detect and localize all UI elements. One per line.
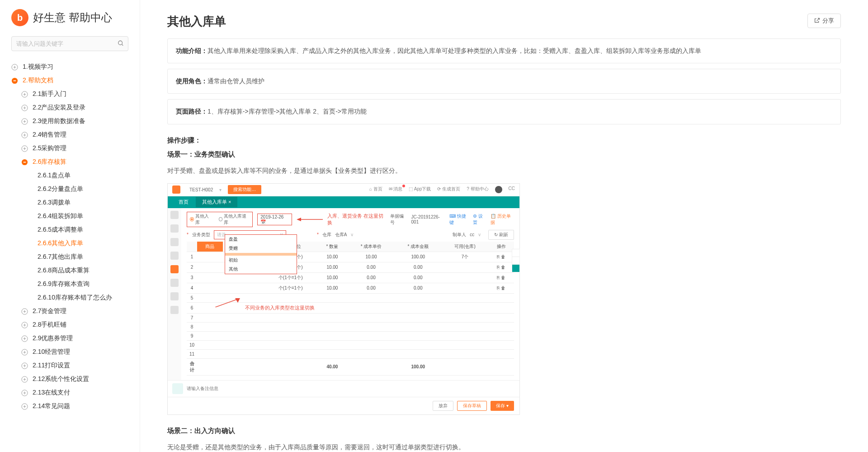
ss-cancel-btn: 放弃 [433, 401, 453, 411]
share-icon [814, 17, 820, 24]
nav-2-6-3[interactable]: 2.6.3调拨单 [11, 196, 128, 209]
expand-icon [21, 403, 28, 410]
svg-marker-51 [235, 298, 240, 303]
ss-maker-val: cc [470, 232, 474, 237]
search-icon[interactable] [118, 40, 124, 48]
nav-2-6[interactable]: 2.6库存核算 [11, 155, 128, 169]
ss-dd-item: 受赠 [225, 244, 297, 253]
ss-nav-icon [170, 292, 179, 300]
ss-footer: 放弃 保存草稿 保存 ▾ [168, 397, 519, 414]
nav-2-1[interactable]: 2.1新手入门 [11, 87, 128, 101]
expand-icon [21, 105, 28, 111]
ss-dd-item: 盘盈 [225, 235, 297, 244]
nav-docs[interactable]: 2.帮助文档 [11, 74, 128, 87]
search-box [11, 36, 128, 51]
nav-2-8[interactable]: 2.8手机旺铺 [11, 318, 128, 332]
scene1-desc: 对于受赠、盘盈或是拆装入库等不同的业务，是通过单据头【业务类型】进行区分。 [167, 164, 841, 177]
svg-line-1 [122, 44, 123, 46]
scene2-title: 场景二：出入方向确认 [167, 427, 841, 435]
ss-nav-icon-active [170, 265, 179, 273]
remark-icon [172, 383, 183, 394]
ss-link-hotkey: ⌨ 快捷键 [449, 213, 470, 226]
radio-icon [219, 217, 223, 221]
nav-2-6-1[interactable]: 2.6.1盘点单 [11, 169, 128, 182]
nav-2-9[interactable]: 2.9优惠券管理 [11, 332, 128, 345]
nav-2-6-8[interactable]: 2.6.8商品成本重算 [11, 264, 128, 277]
nav-2-6-7[interactable]: 2.6.7其他出库单 [11, 250, 128, 264]
ss-gen-link: ⟳ 生成首页 [437, 186, 460, 193]
sidebar: b 好生意 帮助中心 1.视频学习 2.帮助文档 2.1新手入门 2.2产品安装… [0, 0, 140, 452]
ss-user: CC [509, 186, 515, 193]
nav-2-7[interactable]: 2.7资金管理 [11, 305, 128, 318]
share-button[interactable]: 分享 [807, 14, 841, 28]
ss-nav-icon [170, 306, 179, 314]
nav-2-6-5[interactable]: 2.6.5成本调整单 [11, 223, 128, 237]
ss-filter-label: 业务类型 [192, 232, 210, 238]
collapse-icon [21, 159, 28, 166]
path-text: 1、库存核算->库存管理->其他入库单 2、首页->常用功能 [208, 108, 367, 115]
ss-nav-icon [170, 238, 179, 246]
ss-refresh-btn: ↻ 刷新 [488, 230, 514, 240]
ss-link-settings: ⚙ 设置 [473, 213, 486, 226]
expand-icon [21, 349, 28, 356]
nav-2-3[interactable]: 2.3使用前数据准备 [11, 114, 128, 128]
ss-sidetools [512, 249, 520, 272]
ss-tab-doc: 其他入库单 × [196, 197, 237, 207]
ss-tabs: 首页 其他入库单 × [168, 196, 519, 208]
nav-2-13[interactable]: 2.13在线支付 [11, 386, 128, 400]
ss-leftnav [168, 208, 181, 380]
page-title: 其他入库单 [167, 14, 226, 29]
steps-title: 操作步骤： [167, 136, 841, 145]
arrow-icon [297, 217, 323, 222]
path-box: 页面路径：1、库存核算->库存管理->其他入库单 2、首页->常用功能 [167, 99, 841, 124]
ss-sidetool-icon [512, 249, 520, 257]
search-input[interactable] [11, 36, 128, 51]
nav-2-14[interactable]: 2.14常见问题 [11, 400, 128, 413]
nav-2-10[interactable]: 2.10经营管理 [11, 345, 128, 359]
ss-sidetool-icon [512, 264, 520, 272]
expand-icon [21, 390, 28, 396]
brand: b 好生意 帮助中心 [11, 9, 128, 26]
logo-icon: b [11, 9, 28, 26]
ss-wh-label: 仓库 [322, 232, 331, 238]
nav-2-12[interactable]: 2.12系统个性化设置 [11, 372, 128, 386]
nav-2-11[interactable]: 2.11打印设置 [11, 359, 128, 372]
nav-tree: 1.视频学习 2.帮助文档 2.1新手入门 2.2产品安装及登录 2.3使用前数… [11, 60, 128, 413]
ss-annotation-2: 不同业务的入库类型在这里切换 [245, 305, 315, 310]
collapse-icon [11, 77, 18, 84]
expand-icon [21, 118, 28, 125]
ss-topbar: TEST-H002 ▾ 搜索功能… ⌂ 首页 ✉ 消息 ⬚ App下载 ⟳ 生成… [168, 184, 519, 196]
ss-save-btn: 保存 ▾ [491, 401, 514, 411]
expand-icon [21, 145, 28, 152]
nav-2-6-2[interactable]: 2.6.2分量盘点单 [11, 182, 128, 196]
ss-logo-icon [172, 186, 180, 194]
expand-icon [21, 322, 28, 328]
ss-nav-icon [170, 224, 179, 233]
intro-label: 功能介绍： [176, 47, 208, 54]
expand-icon [11, 64, 18, 71]
radio-checked-icon [190, 217, 194, 221]
nav-2-6-4[interactable]: 2.6.4组装拆卸单 [11, 209, 128, 223]
expand-icon [21, 362, 28, 369]
nav-2-4[interactable]: 2.4销售管理 [11, 128, 128, 142]
nav-2-2[interactable]: 2.2产品安装及登录 [11, 101, 128, 114]
ss-dd-item: 其他 [225, 265, 297, 274]
ss-draft-btn: 保存草稿 [457, 401, 487, 411]
nav-2-6-9[interactable]: 2.6.9库存账本查询 [11, 277, 128, 291]
svg-point-0 [118, 41, 123, 45]
svg-marker-49 [297, 218, 301, 221]
intro-box: 功能介绍：其他入库单用来处理除采购入库、产成品入库之外的其他入库业务，因此其他入… [167, 38, 841, 63]
nav-video[interactable]: 1.视频学习 [11, 60, 128, 74]
ss-avatar-icon [495, 186, 502, 193]
nav-2-6-6[interactable]: 2.6.6其他入库单 [11, 237, 128, 250]
ss-link-history: 📋 历史单据 [491, 213, 514, 226]
arrow-icon [215, 298, 242, 307]
ss-nav-icon [170, 252, 179, 260]
ss-msg-link: ✉ 消息 [389, 186, 403, 193]
nav-2-6-10[interactable]: 2.6.10库存账本错了怎么办 [11, 291, 128, 305]
ss-maker-label: 制单人 [453, 232, 466, 238]
nav-2-5[interactable]: 2.5采购管理 [11, 142, 128, 155]
ss-env: TEST-H002 [189, 187, 213, 192]
ss-sidetool-icon [512, 257, 520, 265]
ss-search-btn: 搜索功能… [228, 185, 261, 194]
